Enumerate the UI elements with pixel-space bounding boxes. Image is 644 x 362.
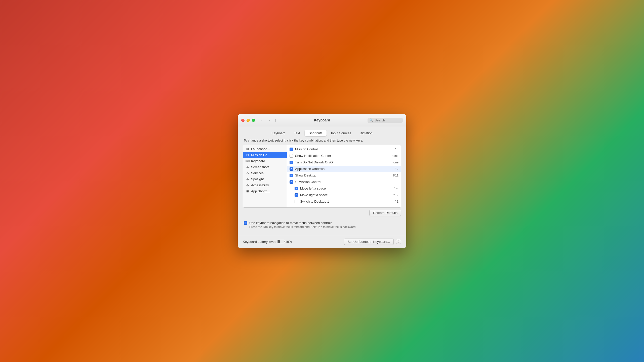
shortcut-key-move-right: ⌃→: [393, 193, 398, 197]
footer: Keyboard battery level: 19% Set Up Bluet…: [238, 236, 406, 248]
checkbox-switch-desktop[interactable]: [295, 200, 298, 203]
shortcut-row-mc-group[interactable]: ▾ Mission Control: [287, 179, 401, 185]
shortcut-label-show-desktop: Show Desktop: [295, 173, 393, 177]
titlebar: ‹ › ⁝ Keyboard 🔍: [238, 114, 406, 127]
shortcut-label-move-left: Move left a space: [300, 187, 393, 190]
sidebar-item-accessibility[interactable]: ⊚ Accessibility: [243, 182, 287, 188]
tab-text[interactable]: Text: [290, 130, 304, 136]
shortcut-label-dnd: Turn Do Not Disturb On/Off: [295, 160, 392, 164]
window-title: Keyboard: [314, 118, 330, 122]
tab-shortcuts[interactable]: Shortcuts: [305, 130, 327, 136]
forward-button[interactable]: ›: [266, 118, 273, 123]
footer-buttons: Set Up Bluetooth Keyboard... ?: [344, 239, 401, 245]
shortcut-key-dnd: none: [392, 161, 398, 164]
minimize-button[interactable]: [247, 119, 250, 122]
checkbox-dnd[interactable]: [290, 161, 293, 164]
shortcuts-panel: ⊞ Launchpad... ⊡ Mission Co... ⌨ Keyboar…: [243, 145, 401, 208]
tab-input-sources[interactable]: Input Sources: [327, 130, 355, 136]
sidebar-item-services[interactable]: ⚙ Services: [243, 170, 287, 176]
keyboard-nav-checkbox[interactable]: [244, 221, 247, 225]
sidebar-item-screenshots[interactable]: ⊕ Screenshots: [243, 164, 287, 170]
shortcut-row-switch-desktop[interactable]: Switch to Desktop 1 ⌃1: [287, 198, 401, 205]
shortcut-row-move-right[interactable]: Move right a space ⌃→: [287, 192, 401, 198]
search-icon: 🔍: [370, 118, 373, 122]
shortcut-key-mission-control: ⌃↑: [394, 148, 398, 151]
checkbox-move-left[interactable]: [295, 187, 298, 190]
keyboard-nav-text: Use keyboard navigation to move focus be…: [249, 221, 400, 229]
shortcut-label-mc-group: Mission Control: [299, 180, 398, 184]
checkbox-show-desktop[interactable]: [290, 174, 293, 177]
shortcut-row-mission-control[interactable]: Mission Control ⌃↑: [287, 146, 401, 153]
shortcut-key-app-windows: ⌃↓: [394, 167, 398, 171]
disclosure-icon[interactable]: ▾: [295, 180, 298, 183]
traffic-lights: [241, 119, 255, 122]
shortcut-row-app-windows[interactable]: Application windows ⌃↓: [287, 166, 401, 172]
back-button[interactable]: ‹: [259, 118, 265, 123]
restore-defaults-button[interactable]: Restore Defaults: [369, 210, 401, 216]
shortcut-label-notification: Show Notification Center: [295, 154, 392, 158]
sidebar-item-mission-control[interactable]: ⊡ Mission Co...: [243, 152, 287, 158]
sidebar-item-spotlight[interactable]: ⊛ Spotlight: [243, 176, 287, 182]
maximize-button[interactable]: [252, 119, 255, 122]
sidebar-label-mission-control: Mission Co...: [251, 153, 270, 157]
screenshots-icon: ⊕: [246, 165, 250, 169]
keyboard-nav-label: Use keyboard navigation to move focus be…: [249, 221, 400, 225]
help-button[interactable]: ?: [396, 239, 401, 244]
tab-keyboard[interactable]: Keyboard: [267, 130, 290, 136]
search-bar[interactable]: 🔍: [368, 118, 403, 123]
battery-body: [277, 240, 284, 243]
keyboard-nav-sublabel: Press the Tab key to move focus forward …: [249, 225, 400, 229]
instruction-text: To change a shortcut, select it, click t…: [243, 139, 401, 142]
checkbox-notification[interactable]: [290, 154, 293, 158]
sidebar-label-launchpad: Launchpad...: [251, 147, 270, 151]
keyboard-icon: ⌨: [246, 159, 250, 163]
shortcut-key-switch-desktop: ⌃1: [394, 200, 398, 203]
system-preferences-window: ‹ › ⁝ Keyboard 🔍 Keyboard Text Shortcuts…: [238, 114, 406, 248]
shortcut-row-show-desktop[interactable]: Show Desktop F11: [287, 172, 401, 179]
close-button[interactable]: [241, 119, 245, 122]
keyboard-nav-row: Use keyboard navigation to move focus be…: [243, 221, 401, 229]
content-area: To change a shortcut, select it, click t…: [238, 139, 406, 233]
shortcut-label-switch-desktop: Switch to Desktop 1: [300, 200, 394, 203]
battery-label: Keyboard battery level:: [243, 240, 276, 244]
category-sidebar: ⊞ Launchpad... ⊡ Mission Co... ⌨ Keyboar…: [243, 145, 287, 207]
mission-control-icon: ⊡: [246, 153, 250, 157]
shortcuts-list: Mission Control ⌃↑ Show Notification Cen…: [287, 145, 401, 207]
battery-percent: 19%: [285, 240, 292, 244]
checkbox-move-right[interactable]: [295, 193, 298, 197]
restore-defaults-row: Restore Defaults: [243, 210, 401, 216]
nav-buttons: ‹ ›: [259, 118, 273, 123]
search-input[interactable]: [375, 118, 401, 122]
sidebar-label-screenshots: Screenshots: [251, 165, 269, 169]
shortcut-row-move-left[interactable]: Move left a space ⌃←: [287, 185, 401, 192]
shortcut-label-move-right: Move right a space: [300, 193, 393, 197]
shortcut-key-move-left: ⌃←: [393, 187, 398, 190]
sidebar-label-spotlight: Spotlight: [251, 177, 264, 181]
sidebar-label-app-shortcuts: App Shortc...: [251, 189, 270, 193]
sidebar-label-keyboard: Keyboard: [251, 159, 265, 163]
app-shortcuts-icon: ⊠: [246, 189, 250, 193]
tab-bar: Keyboard Text Shortcuts Input Sources Di…: [238, 127, 406, 139]
sidebar-item-keyboard[interactable]: ⌨ Keyboard: [243, 158, 287, 164]
shortcut-key-notification: none: [392, 154, 398, 158]
services-icon: ⚙: [246, 171, 250, 175]
sidebar-label-accessibility: Accessibility: [251, 183, 269, 187]
battery-icon: [277, 240, 284, 243]
bluetooth-setup-button[interactable]: Set Up Bluetooth Keyboard...: [344, 239, 394, 245]
spotlight-icon: ⊛: [246, 177, 250, 181]
checkbox-mission-control[interactable]: [290, 148, 293, 151]
sidebar-item-app-shortcuts[interactable]: ⊠ App Shortc...: [243, 188, 287, 194]
accessibility-icon: ⊚: [246, 183, 250, 187]
sidebar-label-services: Services: [251, 171, 264, 175]
checkbox-app-windows[interactable]: [290, 167, 293, 171]
checkbox-mc-group[interactable]: [290, 180, 293, 184]
shortcut-row-dnd[interactable]: Turn Do Not Disturb On/Off none: [287, 159, 401, 166]
sidebar-item-launchpad[interactable]: ⊞ Launchpad...: [243, 146, 287, 152]
grid-button[interactable]: ⁝: [275, 118, 276, 123]
tab-dictation[interactable]: Dictation: [356, 130, 377, 136]
shortcut-row-notification[interactable]: Show Notification Center none: [287, 153, 401, 159]
launchpad-icon: ⊞: [246, 147, 250, 151]
shortcut-label-app-windows: Application windows: [295, 167, 394, 171]
shortcut-label-mission-control: Mission Control: [295, 147, 394, 151]
shortcut-key-show-desktop: F11: [393, 174, 398, 177]
